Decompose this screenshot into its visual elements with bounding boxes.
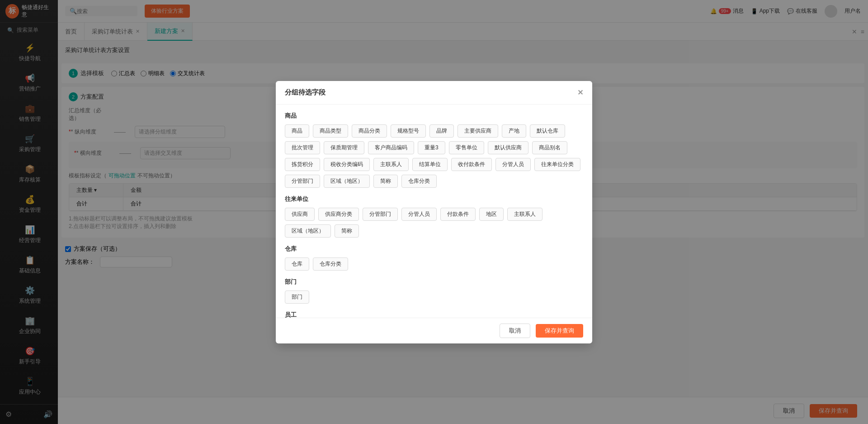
cancel-button[interactable]: 取消 [500,324,530,338]
dialog-close-btn[interactable]: ✕ [577,88,583,97]
field-tag-收付款条件[interactable]: 收付款条件 [451,158,492,171]
field-tag-重量3[interactable]: 重量3 [418,141,445,154]
field-tag-供应商分类[interactable]: 供应商分类 [318,208,359,221]
field-tag-仓库分类[interactable]: 仓库分类 [401,175,437,188]
field-tag-简称[interactable]: 简称 [373,175,398,188]
field-tag-区域（地区）[interactable]: 区域（地区） [324,175,370,188]
field-tag-主联系人[interactable]: 主联系人 [373,158,409,171]
field-tag-商品类型[interactable]: 商品类型 [313,124,348,138]
dialog-footer: 取消 保存并查询 [276,318,592,343]
field-tag-结算单位[interactable]: 结算单位 [412,158,448,171]
field-tag-默认供应商[interactable]: 默认供应商 [488,141,528,154]
field-section-title-employee: 员工 [285,311,583,318]
field-tag-商品[interactable]: 商品 [285,124,309,138]
save-query-button[interactable]: 保存并查询 [536,324,583,338]
field-tag-批次管理[interactable]: 批次管理 [285,141,320,154]
field-section-warehouse: 仓库仓库仓库分类 [285,245,583,271]
field-section-title-product: 商品 [285,112,583,120]
field-tag-产地[interactable]: 产地 [502,124,526,138]
field-tag-往来单位分类[interactable]: 往来单位分类 [534,158,580,171]
field-tag-客户商品编码[interactable]: 客户商品编码 [368,141,414,154]
field-tag-主联系人[interactable]: 主联系人 [507,208,542,221]
dialog-field-select: 分组待选字段 ✕ 商品商品商品类型商品分类规格型号品牌主要供应商产地默认仓库批次… [276,81,592,343]
field-tag-分管部门[interactable]: 分管部门 [363,208,398,221]
field-tag-品牌[interactable]: 品牌 [429,124,454,138]
field-tag-部门[interactable]: 部门 [285,291,309,304]
field-tag-默认仓库[interactable]: 默认仓库 [530,124,565,138]
field-tags-partner: 供应商供应商分类分管部门分管人员付款条件地区主联系人区域（地区）简称 [285,208,583,238]
field-section-title-partner: 往来单位 [285,195,583,203]
field-tag-区域（地区）[interactable]: 区域（地区） [285,224,331,238]
field-tags-product: 商品商品类型商品分类规格型号品牌主要供应商产地默认仓库批次管理保质期管理客户商品… [285,124,583,188]
field-tag-分管部门[interactable]: 分管部门 [285,175,320,188]
field-tag-供应商[interactable]: 供应商 [285,208,315,221]
field-tag-分管人员[interactable]: 分管人员 [401,208,437,221]
field-tag-零售单位[interactable]: 零售单位 [449,141,484,154]
dialog-title: 分组待选字段 [285,88,326,97]
field-section-employee: 员工业务员 [285,311,583,318]
field-tag-税收分类编码[interactable]: 税收分类编码 [324,158,370,171]
field-section-title-department: 部门 [285,278,583,286]
field-tag-仓库分类[interactable]: 仓库分类 [313,257,348,271]
field-tag-地区[interactable]: 地区 [479,208,504,221]
field-tag-简称[interactable]: 简称 [335,224,359,238]
modal-overlay: 分组待选字段 ✕ 商品商品商品类型商品分类规格型号品牌主要供应商产地默认仓库批次… [0,0,868,424]
field-tag-保质期管理[interactable]: 保质期管理 [324,141,364,154]
field-tag-仓库[interactable]: 仓库 [285,257,309,271]
field-tag-规格型号[interactable]: 规格型号 [391,124,426,138]
field-section-partner: 往来单位供应商供应商分类分管部门分管人员付款条件地区主联系人区域（地区）简称 [285,195,583,238]
field-section-department: 部门部门 [285,278,583,304]
field-tag-付款条件[interactable]: 付款条件 [440,208,476,221]
field-tag-拣货积分[interactable]: 拣货积分 [285,158,320,171]
dialog-body: 商品商品商品类型商品分类规格型号品牌主要供应商产地默认仓库批次管理保质期管理客户… [276,105,592,318]
field-tag-商品分类[interactable]: 商品分类 [352,124,387,138]
field-tags-department: 部门 [285,291,583,304]
field-tag-分管人员[interactable]: 分管人员 [495,158,531,171]
field-tag-主要供应商[interactable]: 主要供应商 [458,124,498,138]
field-section-title-warehouse: 仓库 [285,245,583,253]
dialog-header: 分组待选字段 ✕ [276,81,592,105]
field-tag-商品别名[interactable]: 商品别名 [532,141,567,154]
field-section-product: 商品商品商品类型商品分类规格型号品牌主要供应商产地默认仓库批次管理保质期管理客户… [285,112,583,188]
field-tags-warehouse: 仓库仓库分类 [285,257,583,271]
